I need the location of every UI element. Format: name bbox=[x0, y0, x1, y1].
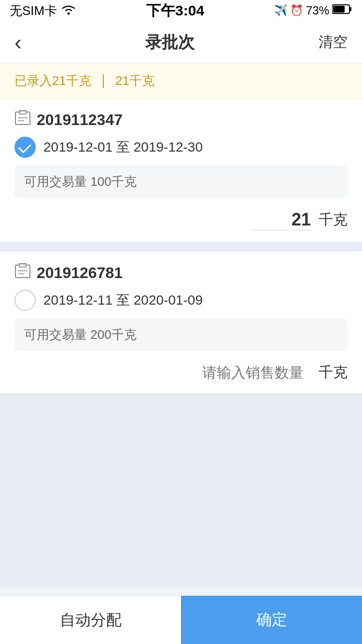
batch-header-2: 2019126781 bbox=[14, 263, 348, 283]
confirm-button[interactable]: 确定 bbox=[181, 596, 362, 644]
batch-date-row-1[interactable]: 2019-12-01 至 2019-12-30 bbox=[14, 137, 348, 158]
input-row-2: 千克 bbox=[0, 351, 362, 394]
svg-rect-3 bbox=[333, 6, 345, 13]
batch-card-1: 2019112347 2019-12-01 至 2019-12-30 可用交易量… bbox=[0, 98, 362, 198]
status-right: ✈️ ⏰ 73% bbox=[274, 4, 352, 17]
batch-icon-1 bbox=[14, 110, 31, 130]
clear-button[interactable]: 清空 bbox=[319, 32, 348, 52]
wifi-icon bbox=[61, 3, 76, 18]
location-icon: ✈️ bbox=[274, 4, 287, 17]
batch-available-1: 可用交易量 100千克 bbox=[14, 166, 348, 198]
status-time: 下午3:04 bbox=[146, 1, 204, 21]
battery-icon bbox=[332, 4, 352, 17]
batch-available-2: 可用交易量 200千克 bbox=[14, 319, 348, 351]
batch-date-1: 2019-12-01 至 2019-12-30 bbox=[43, 138, 203, 156]
batch-id-1: 2019112347 bbox=[37, 111, 123, 129]
batch-icon-2 bbox=[14, 263, 31, 283]
quantity-row-1: 21 千克 bbox=[0, 198, 362, 242]
battery-text: 73% bbox=[306, 4, 329, 17]
quantity-display-1[interactable]: 21 bbox=[253, 210, 311, 230]
svg-rect-2 bbox=[349, 7, 351, 11]
nav-bar: ‹ 录批次 清空 bbox=[0, 21, 362, 64]
carrier-text: 无SIM卡 bbox=[10, 2, 57, 19]
svg-rect-11 bbox=[19, 264, 26, 267]
info-banner: 已录入21千克 21千克 bbox=[0, 64, 362, 98]
status-left: 无SIM卡 bbox=[10, 2, 76, 19]
batch-id-2: 2019126781 bbox=[37, 264, 123, 282]
info-label: 已录入21千克 bbox=[14, 72, 91, 89]
radio-button-1[interactable] bbox=[14, 137, 36, 158]
quantity-value-1: 21 bbox=[292, 210, 311, 229]
bottom-bar: 自动分配 确定 bbox=[0, 596, 362, 644]
svg-rect-6 bbox=[19, 111, 26, 114]
alarm-icon: ⏰ bbox=[290, 4, 303, 17]
quantity-unit-1: 千克 bbox=[319, 210, 348, 230]
quantity-input-2[interactable] bbox=[14, 364, 311, 381]
svg-point-0 bbox=[68, 12, 70, 14]
radio-button-2[interactable] bbox=[14, 290, 36, 311]
input-unit-2: 千克 bbox=[319, 363, 348, 382]
batch-date-row-2[interactable]: 2019-12-11 至 2020-01-09 bbox=[14, 290, 348, 311]
empty-area bbox=[0, 394, 362, 588]
info-divider bbox=[103, 74, 104, 88]
auto-distribute-button[interactable]: 自动分配 bbox=[0, 596, 181, 644]
info-value: 21千克 bbox=[115, 72, 154, 89]
back-button[interactable]: ‹ bbox=[14, 32, 22, 53]
batch-date-2: 2019-12-11 至 2020-01-09 bbox=[43, 291, 203, 309]
batch-card-2: 2019126781 2019-12-11 至 2020-01-09 可用交易量… bbox=[0, 252, 362, 351]
status-bar: 无SIM卡 下午3:04 ✈️ ⏰ 73% bbox=[0, 0, 362, 21]
batch-header-1: 2019112347 bbox=[14, 110, 348, 130]
card-divider bbox=[0, 242, 362, 252]
page-title: 录批次 bbox=[145, 31, 195, 54]
